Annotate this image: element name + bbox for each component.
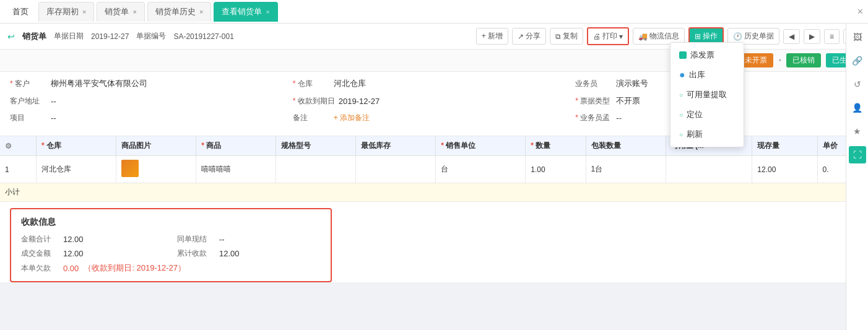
- history-icon: 🕐: [733, 32, 742, 41]
- deal-amount-value: 12.00: [63, 249, 84, 258]
- tab-sales-history[interactable]: 销货单历史 ×: [147, 2, 211, 22]
- tab-sales-order-label: 销货单: [105, 6, 129, 17]
- total-value: 12.00: [63, 235, 84, 244]
- sidebar-user-icon[interactable]: 👤: [849, 99, 866, 116]
- tab-inventory-init[interactable]: 库存期初 ×: [38, 2, 94, 22]
- project-field: 项目 --: [10, 113, 293, 123]
- cumulative-value: 12.00: [219, 249, 240, 258]
- total-row: 金额合计 12.00: [21, 234, 165, 245]
- sidebar-expand-icon[interactable]: ⛶: [849, 146, 866, 163]
- list-view-button[interactable]: ≡: [824, 29, 840, 44]
- sidebar-refresh-icon[interactable]: ↺: [849, 76, 866, 93]
- due-note: （收款到期日: 2019-12-27）: [84, 263, 186, 274]
- customer-value[interactable]: 柳州粤港平安气体有限公司: [51, 78, 147, 89]
- available-qty-label: 可用量提取: [687, 89, 727, 100]
- cumulative-label: 累计收款: [177, 248, 214, 259]
- customer-field: 客户 柳州粤港平安气体有限公司: [10, 78, 293, 89]
- staff-value[interactable]: 演示账号: [616, 78, 648, 89]
- address-label: 客户地址: [10, 96, 47, 106]
- new-button[interactable]: + 新增: [476, 28, 508, 45]
- warehouse-label: 仓库: [293, 79, 330, 89]
- ticket-type-label: 票据类型: [575, 96, 612, 106]
- sidebar-img-icon[interactable]: 🖼: [849, 28, 866, 46]
- th-quantity: 数量: [526, 136, 586, 156]
- subtotal-row: 小计: [0, 183, 868, 202]
- staff2-label: 业务员孟: [575, 113, 612, 123]
- th-spec: 规格型号: [276, 136, 356, 156]
- tab-home[interactable]: 首页: [5, 2, 36, 21]
- th-min-stock: 最低库存: [356, 136, 436, 156]
- td-pack-qty: 1台: [586, 156, 666, 183]
- same-order-label: 同单现结: [177, 234, 214, 245]
- due-label: 本单欠款: [21, 263, 58, 274]
- menu-outbound[interactable]: ● 出库: [671, 65, 744, 85]
- td-quantity: 1.00: [526, 156, 586, 183]
- payment-title: 收款信息: [21, 217, 321, 228]
- doc-no-value: SA-20191227-001: [173, 32, 233, 41]
- th-pack-qty: 包装数量: [586, 136, 666, 156]
- prev-button[interactable]: ◀: [783, 29, 800, 44]
- sidebar-link-icon[interactable]: 🔗: [849, 52, 866, 69]
- tab-view-sales-label: 查看销货单: [222, 6, 262, 17]
- td-warehouse: 河北仓库: [37, 156, 116, 183]
- menu-locate[interactable]: ○ 定位: [671, 105, 744, 124]
- sidebar-star-icon[interactable]: ★: [849, 123, 866, 140]
- th-settings[interactable]: ⚙: [0, 136, 37, 156]
- td-unit: 台: [436, 156, 526, 183]
- table-row: 1 河北仓库 嘻嘻嘻嘻 台 1.00 1台 12.00 0.: [0, 156, 868, 183]
- add-note-btn[interactable]: 添加备注: [334, 113, 370, 123]
- address-value[interactable]: --: [51, 97, 56, 106]
- remark-label: 备注: [293, 113, 330, 123]
- menu-add-invoice[interactable]: 添发票: [671, 45, 744, 65]
- td-min-stock: [356, 156, 436, 183]
- tab-close-icon[interactable]: ×: [857, 6, 863, 17]
- td-stock: 12.00: [752, 156, 817, 183]
- tab-sales-history-label: 销货单历史: [155, 6, 196, 17]
- due-row: 本单欠款 0.00 （收款到期日: 2019-12-27）: [21, 263, 321, 274]
- ticket-type-value[interactable]: 不开票: [616, 95, 640, 106]
- copy-button[interactable]: ⧉ 复制: [550, 28, 583, 45]
- available-qty-radio: ○: [679, 92, 683, 98]
- add-invoice-label: 添发票: [690, 50, 714, 61]
- refresh-radio: ○: [679, 131, 683, 138]
- toolbar-actions: + 新增 ↗ 分享 ⧉ 复制 🖨 打印 ▾ 🚚 物流信息 ⊞ 操作: [476, 27, 861, 45]
- tab-sales-order[interactable]: 销货单 ×: [97, 2, 144, 22]
- tab-view-sales-close[interactable]: ×: [266, 8, 269, 15]
- print-button[interactable]: 🖨 打印 ▾: [587, 27, 629, 45]
- tab-sales-order-close[interactable]: ×: [132, 8, 136, 15]
- copy-icon: ⧉: [555, 32, 561, 41]
- refresh-label: 刷新: [687, 129, 703, 140]
- tab-inventory-init-close[interactable]: ×: [82, 8, 86, 15]
- payment-date-value[interactable]: 2019-12-27: [339, 97, 380, 106]
- tab-sales-history-close[interactable]: ×: [199, 8, 203, 15]
- td-spec: [276, 156, 356, 183]
- address-field: 客户地址 --: [10, 96, 293, 106]
- td-no: 1: [0, 156, 37, 183]
- menu-refresh[interactable]: ○ 刷新: [671, 124, 744, 144]
- next-button[interactable]: ▶: [804, 29, 820, 44]
- operations-dropdown: 添发票 ● 出库 ○ 可用量提取 ○ 定位 ○ 刷新: [670, 42, 744, 147]
- td-product-img: [116, 156, 196, 183]
- payment-date-field: 收款到期日 2019-12-27: [293, 96, 576, 106]
- print-icon: 🖨: [593, 32, 601, 41]
- doc-date-value: 2019-12-27: [91, 32, 129, 41]
- deal-amount-label: 成交金额: [21, 248, 58, 259]
- tab-view-sales[interactable]: 查看销货单 ×: [214, 2, 277, 22]
- payment-date-label: 收款到期日: [293, 96, 335, 106]
- deal-amount-row: 成交金额 12.00: [21, 248, 165, 259]
- locate-radio: ○: [679, 111, 683, 118]
- staff2-value[interactable]: --: [616, 113, 622, 123]
- remark-field: 备注 添加备注: [293, 113, 576, 123]
- same-order-value: --: [219, 235, 225, 244]
- menu-available-qty[interactable]: ○ 可用量提取: [671, 85, 744, 105]
- warehouse-value[interactable]: 河北仓库: [334, 78, 366, 89]
- tab-inventory-init-label: 库存期初: [46, 6, 79, 17]
- th-stock: 现存量: [752, 136, 817, 156]
- share-button[interactable]: ↗ 分享: [512, 28, 546, 45]
- doc-date-label: 单据日期: [54, 31, 84, 41]
- doc-icon: ↩: [7, 32, 15, 41]
- project-value[interactable]: --: [51, 113, 56, 123]
- grid-icon: ⊞: [695, 32, 701, 41]
- outbound-radio: ●: [679, 69, 685, 80]
- doc-title-area: ↩ 销货单 单据日期 2019-12-27 单据编号 SA-20191227-0…: [7, 31, 474, 42]
